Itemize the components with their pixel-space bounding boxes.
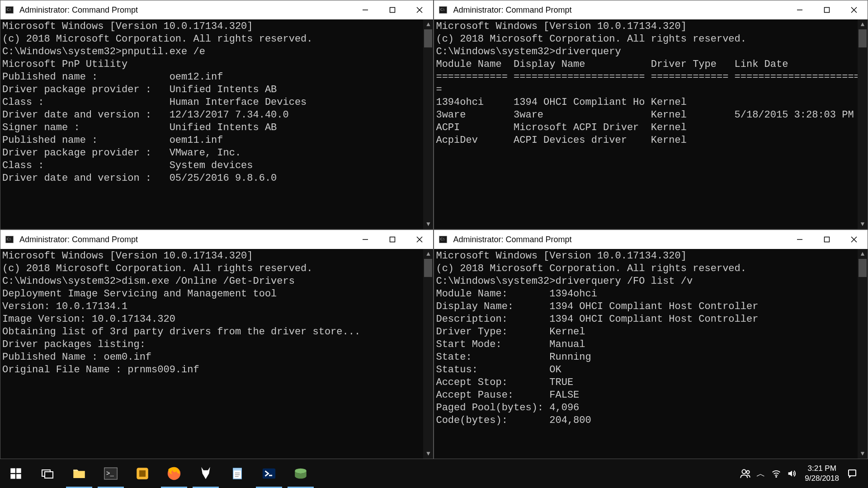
tray-people-icon[interactable] (738, 468, 753, 479)
maximize-button[interactable] (813, 0, 840, 19)
window-titlebar[interactable]: C:\Administrator: Command Prompt (0, 230, 433, 249)
console-line: Microsoft Windows [Version 10.0.17134.32… (436, 20, 866, 33)
console-line: Version: 10.0.17134.1 (2, 300, 431, 313)
console-line: (c) 2018 Microsoft Corporation. All righ… (2, 33, 431, 46)
svg-rect-15 (390, 237, 395, 242)
console-line: Driver package provider : Unified Intent… (2, 84, 431, 96)
cmd-icon: C:\ (5, 5, 14, 14)
tray-wifi-icon[interactable] (769, 469, 784, 479)
taskbar-app-disk[interactable] (285, 459, 316, 488)
taskbar-command-prompt[interactable]: >_ (95, 459, 127, 488)
console-line: Status: OK (436, 364, 866, 376)
console-line: Published name : oem11.inf (2, 134, 431, 147)
console-line: Class : System devices (2, 160, 431, 172)
console-line: Description: 1394 OHCI Compliant Host Co… (436, 313, 866, 326)
svg-text:C:\: C:\ (7, 8, 11, 12)
task-view-button[interactable] (32, 459, 63, 488)
console-line: 3ware 3ware Kernel 5/18/2015 3:28:03 PM (436, 109, 866, 122)
console-line: State: Running (436, 351, 866, 364)
clock-time: 3:21 PM (805, 464, 839, 474)
maximize-button[interactable] (813, 230, 840, 249)
console-output[interactable]: Microsoft Windows [Version 10.0.17134.32… (434, 249, 868, 459)
close-button[interactable] (406, 0, 433, 19)
console-line: C:\Windows\system32>dism.exe /Online /Ge… (2, 275, 431, 288)
command-prompt-window[interactable]: C:\Administrator: Command PromptMicrosof… (0, 0, 434, 230)
svg-text:C:\: C:\ (441, 237, 445, 241)
window-titlebar[interactable]: C:\Administrator: Command Prompt (434, 230, 868, 249)
maximize-button[interactable] (379, 0, 406, 19)
console-line: (c) 2018 Microsoft Corporation. All righ… (2, 263, 431, 275)
tray-overflow-icon[interactable]: ︿ (753, 468, 769, 480)
scroll-up-icon[interactable]: ▲ (858, 249, 868, 259)
minimize-button[interactable] (352, 230, 379, 249)
scroll-down-icon[interactable]: ▼ (858, 449, 868, 459)
clock-date: 9/28/2018 (805, 474, 839, 483)
tray-notifications-icon[interactable] (844, 468, 860, 479)
close-button[interactable] (840, 230, 868, 249)
console-line: C:\Windows\system32>driverquery (436, 46, 866, 58)
maximize-button[interactable] (379, 230, 406, 249)
command-prompt-window[interactable]: C:\Administrator: Command PromptMicrosof… (0, 230, 434, 459)
scrollbar[interactable]: ▲▼ (423, 19, 433, 229)
console-line: Driver package provider : VMware, Inc. (2, 147, 431, 160)
scrollbar-thumb[interactable] (424, 29, 432, 47)
scroll-up-icon[interactable]: ▲ (423, 249, 433, 259)
console-line: (c) 2018 Microsoft Corporation. All righ… (436, 33, 866, 46)
scroll-up-icon[interactable]: ▲ (858, 19, 868, 29)
console-line: Deployment Image Servicing and Managemen… (2, 288, 431, 300)
console-line: Original File Name : prnms009.inf (2, 364, 431, 376)
taskbar-clock[interactable]: 3:21 PM 9/28/2018 (799, 464, 844, 483)
scroll-down-icon[interactable]: ▼ (423, 219, 433, 229)
command-prompt-window[interactable]: C:\Administrator: Command PromptMicrosof… (434, 0, 868, 230)
scrollbar-thumb[interactable] (859, 29, 867, 47)
svg-rect-26 (10, 474, 15, 479)
svg-rect-29 (45, 472, 53, 478)
window-titlebar[interactable]: C:\Administrator: Command Prompt (0, 0, 433, 19)
scrollbar-thumb[interactable] (424, 259, 432, 277)
console-line: (c) 2018 Microsoft Corporation. All righ… (436, 263, 866, 275)
console-line: Module Name Display Name Driver Type Lin… (436, 58, 866, 71)
svg-rect-9 (825, 8, 830, 13)
minimize-button[interactable] (786, 0, 813, 19)
svg-text:>_: >_ (106, 470, 114, 477)
console-line: Microsoft Windows [Version 10.0.17134.32… (2, 250, 431, 263)
taskbar-file-explorer[interactable] (63, 459, 95, 488)
minimize-button[interactable] (786, 230, 813, 249)
window-titlebar[interactable]: C:\Administrator: Command Prompt (434, 0, 868, 19)
console-output[interactable]: Microsoft Windows [Version 10.0.17134.32… (434, 19, 868, 229)
taskbar-firefox[interactable] (158, 459, 190, 488)
console-line: Driver date and version : 12/13/2017 7.3… (2, 109, 431, 122)
window-title: Administrator: Command Prompt (19, 5, 352, 15)
taskbar: >_ ︿ 3:21 PM 9/ (0, 459, 868, 488)
console-line: Driver packages listing: (2, 338, 431, 351)
console-line: AcpiDev ACPI Devices driver Kernel (436, 134, 866, 147)
scrollbar[interactable]: ▲▼ (423, 249, 433, 459)
console-output[interactable]: Microsoft Windows [Version 10.0.17134.32… (0, 249, 433, 459)
command-prompt-window[interactable]: C:\Administrator: Command PromptMicrosof… (434, 230, 868, 459)
scroll-down-icon[interactable]: ▼ (858, 219, 868, 229)
console-output[interactable]: Microsoft Windows [Version 10.0.17134.32… (0, 19, 433, 229)
taskbar-powershell[interactable] (253, 459, 285, 488)
minimize-button[interactable] (352, 0, 379, 19)
close-button[interactable] (840, 0, 868, 19)
console-line: = (436, 84, 866, 96)
svg-rect-45 (849, 470, 856, 476)
taskbar-app-yellow[interactable] (127, 459, 158, 488)
scrollbar[interactable]: ▲▼ (858, 249, 868, 459)
tray-volume-icon[interactable] (784, 469, 799, 479)
console-line: Display Name: 1394 OHCI Compliant Host C… (436, 300, 866, 313)
start-button[interactable] (0, 459, 32, 488)
svg-point-42 (742, 469, 746, 474)
console-line: ACPI Microsoft ACPI Driver Kernel (436, 122, 866, 134)
svg-rect-24 (10, 468, 15, 473)
console-line: Signer name : Unified Intents AB (2, 122, 431, 134)
console-line: Class : Human Interface Devices (2, 96, 431, 109)
scroll-up-icon[interactable]: ▲ (423, 19, 433, 29)
svg-rect-3 (390, 8, 395, 13)
scroll-down-icon[interactable]: ▼ (423, 449, 433, 459)
taskbar-notepad[interactable] (222, 459, 253, 488)
close-button[interactable] (406, 230, 433, 249)
scrollbar[interactable]: ▲▼ (858, 19, 868, 229)
taskbar-app-fox[interactable] (190, 459, 222, 488)
scrollbar-thumb[interactable] (859, 259, 867, 277)
